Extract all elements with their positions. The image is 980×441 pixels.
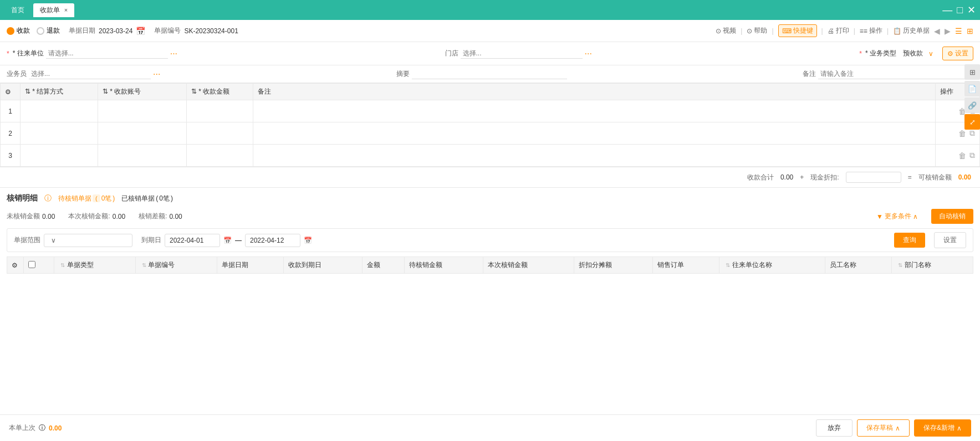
row1-num: 1 — [1, 100, 21, 122]
sep3: | — [821, 27, 823, 35]
store-input[interactable] — [461, 48, 583, 59]
row3-remark[interactable] — [253, 145, 936, 167]
unit-required-star: * — [7, 50, 9, 58]
table-gear-col[interactable]: ⚙ — [1, 84, 21, 100]
settings-label: 设置 — [955, 49, 968, 58]
radio-refund[interactable]: 退款 — [37, 26, 60, 35]
home-tab[interactable]: 首页 — [4, 3, 31, 17]
diff-value: 0.00 — [169, 213, 182, 221]
row2-settle[interactable] — [21, 122, 98, 145]
window-min-btn[interactable]: — — [942, 4, 952, 16]
row3-copy-icon[interactable]: ⧉ — [969, 151, 975, 160]
pending-tab[interactable]: 待核销单据 ( 0笔 ) — [58, 194, 115, 203]
form-fields-row1: * * 往来单位 ··· 门店 ··· * * 业务类型 预收款 ∨ ⚙ 设置 — [0, 42, 980, 65]
radio-receive-label: 收款 — [17, 26, 30, 35]
window-max-btn[interactable]: □ — [957, 4, 963, 16]
right-grid-btn[interactable]: ⊞ — [964, 64, 980, 80]
help-icon: ⊙ — [747, 27, 752, 35]
row2-delete-icon[interactable]: 🗑 — [958, 129, 966, 138]
from-date-input[interactable] — [165, 234, 220, 247]
filter-row: 单据范围 ∨ 到期日 📅 — 📅 查询 设置 — [7, 228, 973, 252]
equal-sign: = — [908, 173, 912, 181]
from-date-calendar-icon[interactable]: 📅 — [223, 237, 232, 244]
expand-view-btn[interactable]: ⊞ — [967, 27, 973, 35]
print-btn[interactable]: 🖨 打印 — [828, 26, 849, 35]
row1-settle[interactable] — [21, 100, 98, 122]
completed-tab[interactable]: 已核销单据 ( 0笔 ) — [121, 194, 173, 203]
total-label: 收款合计 — [747, 173, 774, 182]
to-date-calendar-icon[interactable]: 📅 — [304, 237, 312, 244]
to-date-input[interactable] — [245, 234, 300, 247]
range-field: 单据范围 ∨ — [14, 234, 132, 247]
help-btn[interactable]: ⊙ 帮助 — [747, 26, 767, 35]
select-all-checkbox[interactable] — [28, 261, 35, 268]
right-expand-btn[interactable]: ⤢ — [964, 114, 980, 130]
current-verify-value: 0.00 — [113, 213, 125, 221]
draft-btn[interactable]: 保存草稿 ∧ — [857, 419, 910, 437]
staff-input[interactable] — [29, 69, 151, 79]
verify-title: 核销明细 — [7, 193, 38, 203]
unit-input[interactable] — [46, 48, 168, 59]
verify-info-icon[interactable]: ⓘ — [44, 193, 52, 203]
row2-amount[interactable] — [187, 122, 253, 145]
list-view-btn[interactable]: ☰ — [955, 27, 962, 35]
unverified-label: 未核销金额 — [7, 212, 40, 221]
completed-paren: ) — [171, 194, 173, 202]
right-link-btn[interactable]: 🔗 — [964, 98, 980, 113]
abandon-btn[interactable]: 放弃 — [816, 419, 853, 437]
row1-remark[interactable] — [253, 100, 936, 122]
row3-delete-icon[interactable]: 🗑 — [958, 151, 966, 160]
date-calendar-icon[interactable]: 📅 — [136, 27, 145, 35]
biz-type-label: * 业务类型 — [865, 49, 896, 58]
save-new-label: 保存&新增 — [923, 423, 955, 433]
shortcut-btn[interactable]: ⌨ 快捷键 — [778, 24, 817, 37]
right-doc-btn[interactable]: 📄 — [964, 81, 980, 96]
doc-num-label: 单据编号 — [148, 261, 175, 269]
row3-amount[interactable] — [187, 145, 253, 167]
receive-account-col: ⇅ * 收款账号 — [98, 84, 187, 100]
row1-amount[interactable] — [187, 100, 253, 122]
auto-verify-btn[interactable]: 自动核销 — [931, 209, 973, 224]
store-label: 门店 — [445, 49, 458, 58]
active-tab[interactable]: 收款单 × — [33, 3, 74, 17]
range-dropdown[interactable]: ∨ — [44, 234, 132, 247]
summary-input[interactable] — [412, 69, 567, 79]
remark-input[interactable] — [818, 69, 973, 79]
staff-more-icon[interactable]: ··· — [153, 69, 160, 79]
store-more-icon[interactable]: ··· — [585, 49, 592, 59]
toolbar-buttons: ⊙ 视频 | ⊙ 帮助 | ⌨ 快捷键 | 🖨 打印 | — [716, 24, 973, 37]
current-order-label: 本单上次 — [9, 423, 35, 433]
video-btn[interactable]: ⊙ 视频 — [716, 26, 736, 35]
radio-group: 收款 退款 — [7, 26, 60, 35]
checkbox-col[interactable]: ⚙ — [7, 257, 24, 274]
bottom-table-section: ⚙ ⇅ 单据类型 ⇅ 单据编号 — [7, 257, 973, 414]
row2-account[interactable] — [98, 122, 187, 145]
settle-method-label: * 结算方式 — [32, 88, 63, 95]
window-close-btn[interactable]: ✕ — [967, 4, 976, 16]
history-btn[interactable]: 📋 历史单据 — [893, 26, 930, 35]
operate-btn[interactable]: ≡≡ 操作 — [860, 26, 882, 35]
biz-type-dropdown-icon[interactable]: ∨ — [928, 50, 933, 58]
date-field-group: 单据日期 2023-03-24 📅 — [69, 26, 145, 35]
next-arrow-btn[interactable]: ▶ — [945, 27, 951, 35]
prev-arrow-btn[interactable]: ◀ — [934, 27, 940, 35]
checkbox-all-col[interactable] — [24, 257, 54, 274]
row3-settle[interactable] — [21, 145, 98, 167]
filter-settings-btn[interactable]: 设置 — [934, 232, 966, 248]
biz-required-star: * — [859, 50, 862, 58]
more-conditions-btn[interactable]: ▼ 更多条件 ∧ — [876, 212, 918, 221]
pending-paren: ) — [113, 194, 115, 202]
query-btn[interactable]: 查询 — [894, 233, 925, 248]
row2-copy-icon[interactable]: ⧉ — [969, 129, 975, 138]
radio-receive[interactable]: 收款 — [7, 26, 30, 35]
save-new-btn[interactable]: 保存&新增 ∧ — [914, 419, 971, 437]
summary-row: 收款合计 0.00 + 现金折扣: = 可核销金额 0.00 — [0, 167, 980, 188]
row3-account[interactable] — [98, 145, 187, 167]
row2-remark[interactable] — [253, 122, 936, 145]
discount-input[interactable] — [846, 172, 901, 183]
unit-more-icon[interactable]: ··· — [170, 49, 177, 59]
row1-account[interactable] — [98, 100, 187, 122]
tab-close-icon[interactable]: × — [64, 7, 68, 13]
completed-count-val: ( — [156, 194, 158, 202]
settings-btn[interactable]: ⚙ 设置 — [942, 47, 973, 60]
